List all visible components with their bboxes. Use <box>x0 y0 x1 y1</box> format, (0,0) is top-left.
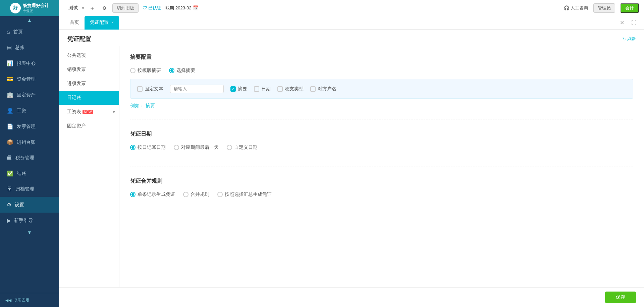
public-options-label: 公共选项 <box>67 52 86 58</box>
cancel-fixed-label: 取消固定 <box>13 297 30 303</box>
template-radio-label: 按模版摘要 <box>138 68 161 74</box>
top-header: 好 畅捷通好会计 专业版 测试 ▾ ＋ ⚙ 切到旧版 🛡 已认证 账期 2023… <box>0 0 644 16</box>
left-nav-public-options[interactable]: 公共选项 <box>59 48 119 62</box>
journal-date-radio[interactable]: 按日记账日期 <box>130 144 166 150</box>
income-type-checkbox[interactable]: 收支类型 <box>277 86 304 92</box>
period-label: 账期 <box>165 5 174 11</box>
date-radio-group: 按日记账日期 对应期间最后一天 自定义日期 <box>130 144 633 150</box>
fixed-text-checkbox[interactable]: 固定文本 <box>137 86 163 92</box>
sidebar-label-wages: 工资 <box>17 108 26 114</box>
summary-radio-group: 按模版摘要 选择摘要 <box>130 68 633 74</box>
accountant-button[interactable]: 会计 <box>621 3 639 13</box>
tab-active-label: 凭证配置 <box>90 19 109 26</box>
left-nav-purchase-invoice[interactable]: 进项发票 <box>59 77 119 91</box>
counterpart-checkbox[interactable]: 对方户名 <box>310 86 336 92</box>
date-checkbox-box <box>254 86 259 92</box>
sidebar-item-archive[interactable]: 🗄 归档管理 <box>0 181 59 197</box>
tab-voucher-config[interactable]: 凭证配置 × <box>85 16 119 30</box>
merge-rule-radio[interactable]: 合并规则 <box>183 191 209 198</box>
sidebar-item-wages[interactable]: 👤 工资 <box>0 103 59 119</box>
sidebar-label-closing: 结账 <box>17 171 26 177</box>
select-radio-item[interactable]: 选择摘要 <box>169 68 195 74</box>
date-checkbox[interactable]: 日期 <box>254 86 271 92</box>
calendar-icon[interactable]: 📅 <box>193 5 198 10</box>
sidebar-scroll-up[interactable]: ▲ <box>0 16 59 24</box>
sidebar-item-home[interactable]: ⌂ 首页 <box>0 24 59 40</box>
tab-close-icon[interactable]: × <box>111 20 114 25</box>
refresh-icon: ↻ <box>622 37 626 42</box>
header-settings-button[interactable]: ⚙ <box>100 4 108 12</box>
save-button[interactable]: 保存 <box>605 292 636 303</box>
sidebar-item-fixed-assets[interactable]: 🏢 固定资产 <box>0 87 59 103</box>
date-section: 凭证日期 按日记账日期 对应期间最后一天 自定义日期 <box>130 131 633 167</box>
example-label: 例如： <box>130 103 144 109</box>
maximize-button[interactable]: ⛶ <box>629 18 639 28</box>
settings-icon: ⚙ <box>7 202 11 208</box>
invoice-icon: 📄 <box>7 123 13 130</box>
add-button[interactable]: ＋ <box>88 4 96 12</box>
cancel-fixed-button[interactable]: ◀◀ 取消固定 <box>0 293 59 307</box>
period-last-day-radio-circle <box>174 145 179 150</box>
single-record-radio-circle <box>130 192 136 197</box>
sidebar-scroll-down[interactable]: ▼ <box>0 228 59 236</box>
logo-icon: 好 <box>10 3 21 13</box>
purchase-icon: 📦 <box>7 139 13 145</box>
consult-button[interactable]: 🎧 人工咨询 <box>564 5 588 11</box>
merge-section: 凭证合并规则 单条记录生成凭证 合并规则 按照选择汇总生成凭证 <box>130 178 633 214</box>
period-value: 2023-02 <box>175 5 192 10</box>
close-tab-button[interactable]: ✕ <box>617 18 627 28</box>
home-icon: ⌂ <box>7 29 10 35</box>
sidebar-item-invoice[interactable]: 📄 发票管理 <box>0 119 59 134</box>
sidebar-item-general-ledger[interactable]: ▤ 总账 <box>0 40 59 55</box>
purchase-invoice-label: 进项发票 <box>67 81 86 86</box>
template-radio-item[interactable]: 按模版摘要 <box>130 68 161 74</box>
fixed-text-input[interactable] <box>170 85 224 93</box>
journal-label: 日记账 <box>67 95 81 100</box>
sidebar-item-closing[interactable]: ✅ 结账 <box>0 166 59 181</box>
income-type-label: 收支类型 <box>285 86 304 92</box>
left-nav: 公共选项 销项发票 进项发票 日记账 工资表 NEW ▾ 固定资产 <box>59 46 119 287</box>
sidebar-item-tax[interactable]: 🏛 税务管理 <box>0 150 59 166</box>
page-header: 凭证配置 ↻ 刷新 <box>59 30 644 46</box>
sidebar-item-purchase-sales[interactable]: 📦 进销台账 <box>0 134 59 150</box>
left-nav-fixed-assets[interactable]: 固定资产 <box>59 119 119 133</box>
sidebar-item-settings[interactable]: ⚙ 设置 <box>0 197 59 213</box>
counterpart-checkbox-box <box>310 86 316 92</box>
content-area: 首页 凭证配置 × ✕ ⛶ 凭证配置 ↻ 刷新 公共选项 <box>59 16 644 307</box>
sidebar: ▲ ⌂ 首页 ▤ 总账 📊 报表中心 💳 资金管理 🏢 固定资产 👤 工资 📄 … <box>0 16 59 307</box>
period-info: 账期 2023-02 📅 <box>165 5 198 11</box>
admin-button[interactable]: 管理员 <box>593 3 615 13</box>
dropdown-arrow-icon[interactable]: ▾ <box>82 5 84 11</box>
period-last-day-radio[interactable]: 对应期间最后一天 <box>174 144 219 150</box>
left-nav-payroll[interactable]: 工资表 NEW ▾ <box>59 105 119 119</box>
left-nav-journal[interactable]: 日记账 <box>59 91 119 105</box>
sidebar-item-report-center[interactable]: 📊 报表中心 <box>0 55 59 71</box>
by-selection-radio[interactable]: 按照选择汇总生成凭证 <box>217 191 272 198</box>
tab-home[interactable]: 首页 <box>64 16 85 30</box>
left-nav-sales-invoice[interactable]: 销项发票 <box>59 62 119 77</box>
assets-icon: 🏢 <box>7 92 13 98</box>
sidebar-item-guide[interactable]: ▶ 新手引导 <box>0 213 59 228</box>
fund-icon: 💳 <box>7 76 13 82</box>
custom-date-radio[interactable]: 自定义日期 <box>227 144 258 150</box>
page-title: 凭证配置 <box>67 35 91 43</box>
single-record-radio[interactable]: 单条记录生成凭证 <box>130 191 175 198</box>
by-selection-radio-circle <box>217 192 223 197</box>
tab-bar: 首页 凭证配置 × ✕ ⛶ <box>59 16 644 30</box>
refresh-button[interactable]: ↻ 刷新 <box>622 36 636 42</box>
archive-icon: 🗄 <box>7 186 12 192</box>
summary-checkbox[interactable]: ✓ 摘要 <box>230 86 247 92</box>
fixed-text-checkbox-box <box>137 86 143 92</box>
income-type-checkbox-box <box>277 86 283 92</box>
sidebar-label-general-ledger: 总账 <box>15 45 24 51</box>
sidebar-item-fund-management[interactable]: 💳 资金管理 <box>0 71 59 87</box>
custom-date-label: 自定义日期 <box>234 144 258 150</box>
by-selection-label: 按照选择汇总生成凭证 <box>225 191 272 198</box>
sidebar-label-tax: 税务管理 <box>15 155 34 161</box>
shield-icon: 🛡 <box>143 5 147 10</box>
switch-old-button[interactable]: 切到旧版 <box>112 3 139 13</box>
main-layout: ▲ ⌂ 首页 ▤ 总账 📊 报表中心 💳 资金管理 🏢 固定资产 👤 工资 📄 … <box>0 16 644 307</box>
refresh-label: 刷新 <box>627 36 636 42</box>
chart-icon: 📊 <box>7 60 13 67</box>
wages-icon: 👤 <box>7 107 13 114</box>
